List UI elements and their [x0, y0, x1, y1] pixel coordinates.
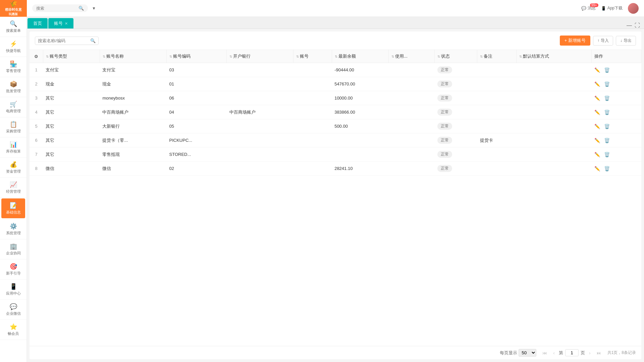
col-type[interactable]: ⇅ 账号类型 — [43, 50, 100, 63]
last-page-button[interactable]: ⏭ — [595, 350, 603, 356]
cell-bank — [227, 119, 293, 133]
edit-button[interactable]: ✏️ — [594, 96, 600, 101]
status-badge: 正常 — [437, 165, 452, 172]
col-balance[interactable]: ⇅ 最新余额 — [332, 50, 388, 63]
sidebar-item-app-center[interactable]: 📱 应用中心 — [0, 280, 26, 300]
delete-button[interactable]: 🗑️ — [604, 110, 610, 115]
cell-operation: ✏️ 🗑️ — [592, 133, 641, 147]
sort-icon: ⇅ — [169, 55, 172, 58]
edit-button[interactable]: ✏️ — [594, 67, 600, 73]
cell-default-payment — [516, 77, 592, 91]
top-search-bar[interactable]: 🔍 — [32, 4, 88, 12]
delete-button[interactable]: 🗑️ — [604, 124, 610, 129]
content-header: 🔍 + 新增账号 ↑ 导入 ↓ 导出 — [30, 32, 641, 50]
cell-balance: 547670.00 — [332, 77, 388, 91]
sidebar-item-newbie[interactable]: 🎯 新手引导 — [0, 259, 26, 280]
app-download-button[interactable]: 📱 App下载 — [601, 5, 623, 11]
delete-button[interactable]: 🗑️ — [604, 138, 610, 143]
tab-account[interactable]: 账号 ✕ — [48, 18, 73, 28]
cell-balance — [332, 133, 388, 147]
add-account-button[interactable]: + 新增账号 — [560, 36, 590, 46]
sidebar-item-wechat-biz[interactable]: 💬 企业微信 — [0, 300, 26, 320]
account-search-box[interactable]: 🔍 — [35, 37, 99, 45]
cell-usage — [389, 147, 435, 162]
sidebar-item-wholesale-mgmt[interactable]: 📦 批发管理 — [0, 77, 26, 97]
delete-button[interactable]: 🗑️ — [604, 96, 610, 101]
sidebar-item-ecom-mgmt[interactable]: 🛒 电商管理 — [0, 97, 26, 117]
tab-minimize-icon[interactable]: — — [627, 22, 632, 28]
tab-maximize-icon[interactable]: ⛶ — [635, 22, 640, 28]
top-dropdown[interactable]: ▼ — [92, 6, 96, 11]
tab-home-label: 首页 — [33, 20, 42, 26]
edit-button[interactable]: ✏️ — [594, 81, 600, 87]
tab-close-icon[interactable]: ✕ — [65, 21, 68, 26]
search-icon: 🔍 — [78, 6, 84, 11]
col-settings[interactable]: ⚙ — [30, 50, 43, 63]
sidebar-item-sys-mgmt[interactable]: ⚙️ 系统管理 — [0, 219, 26, 239]
export-button[interactable]: ↓ 导出 — [616, 36, 636, 46]
prev-page-button[interactable]: ‹ — [551, 350, 557, 356]
building-icon: 🏢 — [10, 243, 17, 250]
sidebar-item-retail-mgmt[interactable]: 🏪 零售管理 — [0, 57, 26, 77]
cell-balance: 500.00 — [332, 119, 388, 133]
export-label: 导出 — [624, 38, 632, 44]
store-icon: 🏪 — [10, 60, 17, 68]
search-icon: 🔍 — [10, 20, 17, 27]
delete-button[interactable]: 🗑️ — [604, 81, 610, 87]
sidebar-nav: 🔍 搜索菜单 ⚡ 快捷导航 🏪 零售管理 📦 批发管理 🛒 电商管理 📋 采购管… — [0, 17, 26, 362]
page-size-select[interactable]: 50 20 100 — [519, 349, 536, 357]
sidebar-item-purchase-mgmt[interactable]: 📋 采购管理 — [0, 117, 26, 137]
accounts-table: ⚙ ⇅ 账号类型 ⇅ 账号名称 — [30, 50, 641, 176]
sidebar-item-fund-mgmt[interactable]: 💰 资金管理 — [0, 158, 26, 178]
account-search-input[interactable] — [38, 38, 88, 43]
col-name[interactable]: ⇅ 账号名称 — [100, 50, 166, 63]
cell-account — [293, 91, 332, 105]
edit-button[interactable]: ✏️ — [594, 152, 600, 157]
cell-operation: ✏️ 🗑️ — [592, 147, 641, 162]
next-page-button[interactable]: › — [587, 350, 593, 356]
col-status[interactable]: ⇅ 状态 — [435, 50, 477, 63]
cell-account — [293, 162, 332, 176]
edit-button[interactable]: ✏️ — [594, 110, 600, 115]
cell-usage — [389, 133, 435, 147]
table-row: 3 其它 moneybosx 06 10000.00 正常 ✏️ 🗑️ — [30, 91, 641, 105]
import-button[interactable]: ↑ 导入 — [593, 36, 613, 46]
delete-button[interactable]: 🗑️ — [604, 152, 610, 157]
col-bank[interactable]: ⇅ 开户银行 — [227, 50, 293, 63]
sidebar-item-ops-mgmt[interactable]: 📈 经营管理 — [0, 178, 26, 198]
cell-status: 正常 — [435, 133, 477, 147]
top-search-input[interactable] — [36, 6, 76, 11]
col-account[interactable]: ⇅ 账号 — [293, 50, 332, 63]
import-icon: ↑ — [597, 38, 599, 43]
sort-icon: ⇅ — [103, 55, 105, 58]
delete-button[interactable]: 🗑️ — [604, 166, 610, 171]
mobile-icon: 📱 — [10, 283, 17, 290]
first-page-button[interactable]: ⏮ — [540, 350, 549, 356]
page-number-input[interactable] — [565, 349, 579, 356]
col-default-payment[interactable]: ⇅ 默认结算方式 — [516, 50, 592, 63]
tab-home[interactable]: 首页 — [28, 18, 48, 28]
sidebar-item-enterprise[interactable]: 🏢 企业协同 — [0, 239, 26, 259]
col-remark[interactable]: ⇅ 备注 — [477, 50, 516, 63]
cell-name: moneybosx — [100, 91, 166, 105]
sidebar-item-vip[interactable]: ⭐ 畅会员 — [0, 320, 26, 340]
col-usage[interactable]: ⇅ 使用... — [389, 50, 435, 63]
settings-icon[interactable]: ⚙ — [34, 54, 38, 59]
cell-balance: 28241.10 — [332, 162, 388, 176]
message-button[interactable]: 💬 消息 99+ — [581, 5, 596, 11]
edit-button[interactable]: ✏️ — [594, 124, 600, 129]
cell-usage — [389, 63, 435, 77]
cell-bank — [227, 77, 293, 91]
col-code[interactable]: ⇅ 账号编码 — [167, 50, 227, 63]
gear-icon: ⚙️ — [10, 223, 17, 230]
cell-type: 其它 — [43, 105, 100, 119]
avatar[interactable] — [628, 3, 639, 14]
sidebar-item-quick-nav[interactable]: ⚡ 快捷导航 — [0, 37, 26, 57]
edit-button[interactable]: ✏️ — [594, 138, 600, 143]
sidebar-item-search-menu[interactable]: 🔍 搜索菜单 — [0, 17, 26, 37]
edit-button[interactable]: ✏️ — [594, 166, 600, 171]
cell-operation: ✏️ 🗑️ — [592, 119, 641, 133]
delete-button[interactable]: 🗑️ — [604, 67, 610, 73]
sidebar-item-inventory[interactable]: 📊 库存核算 — [0, 137, 26, 158]
sidebar-item-basic-info[interactable]: 📝 基础信息 — [1, 198, 25, 219]
